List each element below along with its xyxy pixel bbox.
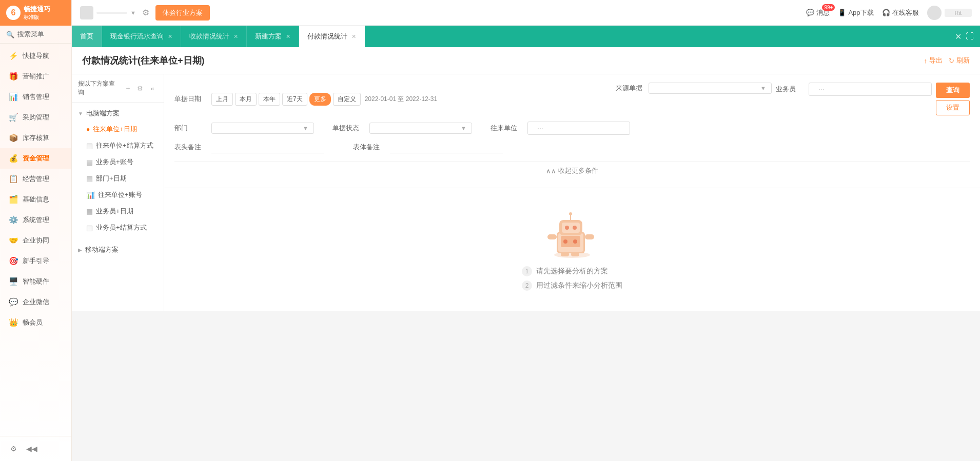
scheme-settings-icon[interactable]: ⚙ bbox=[135, 83, 145, 93]
tab-bank-close-icon[interactable]: ✕ bbox=[168, 33, 172, 40]
scheme-panel: 按以下方案查询 ＋ ⚙ « ▼ 电脑端方案 ● 往来单位+日期 bbox=[72, 74, 164, 311]
user-avatar bbox=[927, 6, 942, 20]
sidebar-item-wechat[interactable]: 💬 企业微信 bbox=[0, 292, 71, 312]
salesman-dots-icon[interactable]: ··· bbox=[818, 85, 825, 93]
collapse-scheme-icon[interactable]: « bbox=[147, 83, 158, 93]
add-scheme-btn[interactable]: ＋ bbox=[123, 83, 133, 93]
svg-rect-14 bbox=[561, 252, 569, 256]
online-service-btn[interactable]: 🎧 在线客服 bbox=[882, 8, 919, 17]
dept-select[interactable]: ▼ bbox=[211, 123, 314, 134]
topbar-gear-icon[interactable]: ⚙ bbox=[142, 8, 149, 17]
scheme-icon: ▦ bbox=[86, 142, 93, 150]
sidebar-item-finance[interactable]: 💰 资金管理 bbox=[0, 148, 71, 169]
export-icon: ↑ bbox=[924, 57, 928, 65]
app-download-btn[interactable]: 📱 App下载 bbox=[838, 8, 873, 17]
scheme-label: 部门+日期 bbox=[96, 174, 127, 183]
sidebar-item-label: 采购管理 bbox=[23, 113, 49, 122]
filter-settings-btn[interactable]: 设置 bbox=[936, 100, 970, 115]
collapse-label: 收起更多条件 bbox=[558, 166, 598, 175]
date-this-month-btn[interactable]: 本月 bbox=[235, 93, 257, 106]
date-custom-btn[interactable]: 自定义 bbox=[333, 93, 361, 106]
collapse-sidebar-btn[interactable]: ◀◀ bbox=[25, 442, 39, 456]
dept-chevron-icon: ▼ bbox=[303, 125, 308, 131]
date-this-year-btn[interactable]: 本年 bbox=[259, 93, 280, 106]
scheme-dept-date[interactable]: ▦ 部门+日期 bbox=[72, 170, 164, 187]
account-name bbox=[96, 12, 127, 14]
date-7days-btn[interactable]: 近7天 bbox=[282, 93, 307, 106]
search-menu[interactable]: 🔍 搜索菜单 bbox=[0, 26, 71, 44]
logo-icon: 6 bbox=[6, 6, 21, 20]
sidebar-item-operation[interactable]: 📋 经营管理 bbox=[0, 169, 71, 189]
partner-label: 往来单位 bbox=[491, 124, 519, 133]
refresh-btn[interactable]: ↻ 刷新 bbox=[949, 56, 970, 65]
scheme-partner-date[interactable]: ● 往来单位+日期 bbox=[72, 121, 164, 137]
date-last-month-btn[interactable]: 上月 bbox=[211, 93, 233, 106]
scheme-label: 往来单位+结算方式 bbox=[96, 141, 153, 150]
main-content: ▼ ⚙ 体验行业方案 💬 消息 99+ 📱 App下载 🎧 在线客服 Rit bbox=[72, 0, 980, 461]
close-all-icon[interactable]: ✕ bbox=[955, 32, 962, 42]
query-btn[interactable]: 查询 bbox=[936, 83, 970, 98]
expand-icon[interactable]: ⛶ bbox=[966, 32, 974, 41]
tab-new-close-icon[interactable]: ✕ bbox=[286, 33, 290, 40]
scheme-header-icons: ＋ ⚙ « bbox=[123, 83, 158, 93]
svg-point-9 bbox=[573, 226, 577, 230]
table-head-note-input[interactable] bbox=[211, 141, 324, 153]
topbar-actions: 💬 消息 99+ 📱 App下载 🎧 在线客服 Rit bbox=[806, 6, 972, 20]
operation-icon: 📋 bbox=[8, 174, 18, 184]
tab-receipt-label: 收款情况统计 bbox=[189, 32, 229, 41]
account-avatar bbox=[80, 6, 93, 19]
sidebar-item-sales[interactable]: 📊 销售管理 bbox=[0, 87, 71, 107]
sidebar-item-basic[interactable]: 🗂️ 基础信息 bbox=[0, 189, 71, 210]
scheme-icon: ▦ bbox=[86, 224, 93, 232]
salesman-select[interactable]: ··· bbox=[809, 83, 932, 96]
tab-payment-close-icon[interactable]: ✕ bbox=[351, 33, 356, 40]
page-content: 付款情况统计(往来单位+日期) ↑ 导出 ↻ 刷新 按以下方案查询 ＋ bbox=[72, 47, 980, 461]
scheme-salesman-settle[interactable]: ▦ 业务员+结算方式 bbox=[72, 219, 164, 236]
filter-panel: 单据日期 上月 本月 本年 近7天 更多 自定义 2022-01-01 至 20… bbox=[164, 74, 980, 188]
sidebar-nav: ⚡ 快捷导航 🎁 营销推广 📊 销售管理 🛒 采购管理 📦 库存核算 💰 资金管… bbox=[0, 44, 71, 436]
tab-home[interactable]: 首页 bbox=[72, 26, 102, 47]
partner-dots-icon[interactable]: ··· bbox=[537, 124, 543, 132]
tab-receipt-close-icon[interactable]: ✕ bbox=[233, 33, 238, 40]
settings-footer-btn[interactable]: ⚙ bbox=[6, 442, 21, 456]
doc-status-select[interactable]: ▼ bbox=[369, 123, 472, 134]
sidebar-item-collab[interactable]: 🤝 企业协同 bbox=[0, 230, 71, 251]
tab-payment[interactable]: 付款情况统计 ✕ bbox=[299, 26, 365, 47]
messages-btn[interactable]: 💬 消息 99+ bbox=[806, 8, 830, 17]
sidebar-item-vip[interactable]: 👑 畅会员 bbox=[0, 312, 71, 333]
export-btn[interactable]: ↑ 导出 bbox=[924, 56, 943, 65]
mobile-section-label: 移动端方案 bbox=[85, 245, 119, 254]
scheme-label: 业务员+账号 bbox=[96, 157, 133, 167]
filter-row-3: 表头备注 表体备注 bbox=[174, 141, 970, 153]
table-body-note-input[interactable] bbox=[390, 141, 503, 153]
collapse-more-btn[interactable]: ∧∧ 收起更多条件 bbox=[174, 162, 970, 179]
scheme-salesman-account[interactable]: ▦ 业务员+账号 bbox=[72, 154, 164, 170]
pc-section-header[interactable]: ▼ 电脑端方案 bbox=[72, 106, 164, 121]
message-icon: 💬 bbox=[806, 9, 814, 16]
sidebar-item-system[interactable]: ⚙️ 系统管理 bbox=[0, 210, 71, 230]
user-avatar-btn[interactable]: Rit bbox=[927, 6, 972, 20]
sidebar-item-purchase[interactable]: 🛒 采购管理 bbox=[0, 107, 71, 128]
sidebar-item-marketing[interactable]: 🎁 营销推广 bbox=[0, 66, 71, 87]
account-selector[interactable]: ▼ bbox=[80, 6, 136, 19]
scheme-partner-account[interactable]: 📊 往来单位+账号 bbox=[72, 187, 164, 203]
filter-scheme-row: 按以下方案查询 ＋ ⚙ « ▼ 电脑端方案 ● 往来单位+日期 bbox=[72, 74, 980, 311]
sidebar-item-hardware[interactable]: 🖥️ 智能硬件 bbox=[0, 271, 71, 292]
sidebar-item-quick-nav[interactable]: ⚡ 快捷导航 bbox=[0, 46, 71, 66]
scheme-partner-settle[interactable]: ▦ 往来单位+结算方式 bbox=[72, 137, 164, 154]
table-head-note-label: 表头备注 bbox=[174, 143, 203, 152]
date-more-btn[interactable]: 更多 bbox=[309, 93, 331, 106]
sidebar-item-guide[interactable]: 🎯 新手引导 bbox=[0, 251, 71, 271]
tab-bank[interactable]: 现金银行流水查询 ✕ bbox=[102, 26, 181, 47]
sidebar-item-inventory[interactable]: 📦 库存核算 bbox=[0, 128, 71, 148]
mobile-section-header[interactable]: ▶ 移动端方案 bbox=[72, 242, 164, 257]
tab-receipt[interactable]: 收款情况统计 ✕ bbox=[181, 26, 247, 47]
partner-select[interactable]: ··· bbox=[527, 122, 630, 135]
empty-hint-2: 2 用过滤条件来缩小分析范围 bbox=[522, 280, 622, 291]
source-select[interactable]: ▼ bbox=[649, 83, 772, 94]
scheme-label: 业务员+结算方式 bbox=[96, 223, 147, 232]
scheme-salesman-date[interactable]: ▦ 业务员+日期 bbox=[72, 203, 164, 219]
trial-btn[interactable]: 体验行业方案 bbox=[155, 5, 210, 21]
empty-hint-1: 1 请先选择要分析的方案 bbox=[522, 266, 622, 276]
tab-new-scheme[interactable]: 新建方案 ✕ bbox=[247, 26, 299, 47]
